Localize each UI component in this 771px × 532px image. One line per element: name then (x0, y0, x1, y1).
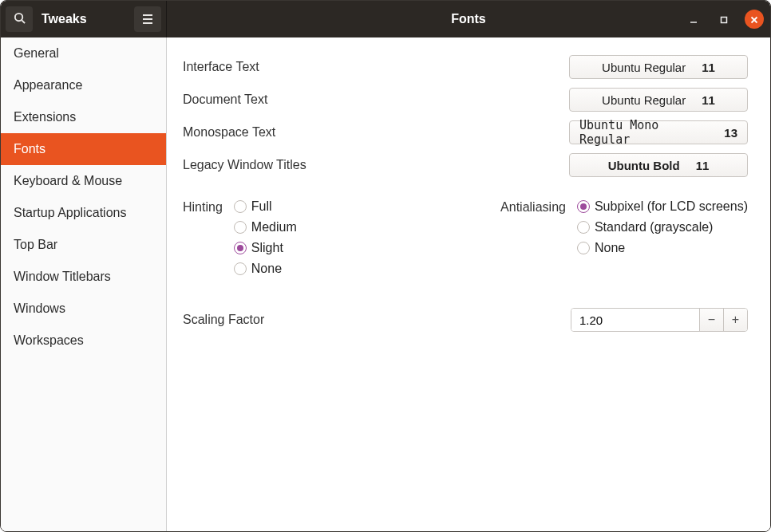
titlebar: Tweaks Fonts (1, 1, 770, 37)
close-icon (750, 13, 758, 26)
font-picker-button[interactable]: Ubuntu Mono Regular13 (569, 120, 748, 144)
menu-button[interactable] (134, 6, 161, 32)
minimize-button[interactable] (684, 10, 703, 29)
font-name: Ubuntu Bold (608, 159, 680, 172)
svg-point-0 (14, 14, 22, 21)
window-controls (684, 1, 764, 37)
radio-option[interactable]: Standard (grayscale) (577, 220, 748, 234)
sidebar-item-label: Fonts (14, 142, 45, 156)
font-row: Interface TextUbuntu Regular11 (183, 55, 748, 79)
sidebar-item-fonts[interactable]: Fonts (1, 133, 166, 165)
radio-label: Standard (grayscale) (595, 220, 714, 234)
sidebar-item-label: Windows (14, 301, 65, 315)
close-button[interactable] (745, 10, 764, 29)
font-row: Monospace TextUbuntu Mono Regular13 (183, 120, 748, 144)
radio-icon (234, 242, 247, 254)
radio-icon (577, 242, 590, 254)
sidebar-item-keyboard-mouse[interactable]: Keyboard & Mouse (1, 165, 166, 197)
antialiasing-group: Antialiasing Subpixel (for LCD screens)S… (500, 199, 748, 276)
radio-section: Hinting FullMediumSlightNone Antialiasin… (183, 199, 748, 276)
radio-icon (234, 221, 247, 234)
minimize-icon (690, 13, 698, 26)
sidebar-item-label: Window Titlebars (14, 270, 111, 283)
font-picker-button[interactable]: Ubuntu Bold11 (569, 153, 748, 177)
sidebar-item-label: Startup Applications (14, 206, 126, 219)
radio-icon (577, 200, 590, 213)
antialiasing-label: Antialiasing (500, 199, 566, 276)
sidebar-item-windows[interactable]: Windows (1, 293, 166, 325)
app-title: Tweaks (42, 12, 128, 26)
search-icon (14, 12, 26, 26)
font-name: Ubuntu Regular (602, 61, 686, 74)
scaling-decrease-button[interactable]: − (699, 309, 723, 331)
sidebar-item-label: Appearance (14, 78, 82, 92)
body: GeneralAppearanceExtensionsFontsKeyboard… (1, 37, 770, 531)
font-row-label: Monospace Text (183, 125, 275, 140)
sidebar-item-general[interactable]: General (1, 37, 166, 69)
hinting-label: Hinting (183, 199, 223, 276)
radio-label: Full (251, 199, 272, 214)
scaling-increase-button[interactable]: + (723, 309, 747, 331)
sidebar-item-appearance[interactable]: Appearance (1, 69, 166, 101)
font-row-label: Interface Text (183, 60, 259, 74)
font-size: 11 (696, 159, 710, 172)
radio-option[interactable]: Medium (234, 220, 297, 234)
content: Interface TextUbuntu Regular11Document T… (167, 37, 770, 531)
font-row: Legacy Window TitlesUbuntu Bold11 (183, 153, 748, 177)
hamburger-icon (142, 13, 153, 26)
font-name: Ubuntu Regular (602, 93, 686, 107)
radio-option[interactable]: Slight (234, 241, 297, 255)
font-row-label: Document Text (183, 93, 267, 107)
radio-label: Medium (251, 220, 297, 234)
page-title: Fonts (167, 12, 770, 26)
font-picker-button[interactable]: Ubuntu Regular11 (569, 55, 748, 79)
scaling-row: Scaling Factor − + (183, 308, 748, 332)
sidebar-item-label: Extensions (14, 110, 76, 124)
sidebar-item-workspaces[interactable]: Workspaces (1, 325, 166, 357)
radio-label: None (595, 241, 625, 255)
sidebar-item-label: General (14, 46, 59, 60)
sidebar-item-extensions[interactable]: Extensions (1, 101, 166, 133)
radio-option[interactable]: None (234, 262, 297, 276)
radio-option[interactable]: Full (234, 199, 297, 214)
titlebar-left: Tweaks (1, 1, 167, 37)
scaling-input[interactable] (571, 309, 699, 331)
sidebar-item-label: Workspaces (14, 333, 84, 347)
font-size: 13 (724, 126, 737, 140)
radio-label: None (251, 262, 282, 276)
font-size: 11 (702, 61, 715, 74)
maximize-button[interactable] (714, 10, 733, 29)
sidebar-item-window-titlebars[interactable]: Window Titlebars (1, 261, 166, 293)
radio-option[interactable]: Subpixel (for LCD screens) (577, 199, 748, 214)
radio-label: Subpixel (for LCD screens) (595, 199, 748, 214)
sidebar-item-startup-applications[interactable]: Startup Applications (1, 197, 166, 229)
font-picker-button[interactable]: Ubuntu Regular11 (569, 88, 748, 112)
scaling-label: Scaling Factor (183, 313, 264, 327)
maximize-icon (720, 13, 728, 26)
font-size: 11 (702, 93, 715, 107)
sidebar-item-top-bar[interactable]: Top Bar (1, 229, 166, 261)
font-row: Document TextUbuntu Regular11 (183, 88, 748, 112)
svg-line-1 (22, 20, 25, 23)
svg-rect-6 (722, 17, 727, 22)
window: Tweaks Fonts (0, 0, 771, 532)
radio-icon (234, 262, 247, 275)
radio-label: Slight (251, 241, 283, 255)
radio-icon (234, 200, 247, 213)
radio-icon (577, 221, 590, 234)
font-row-label: Legacy Window Titles (183, 158, 306, 172)
scaling-spinner: − + (571, 308, 748, 332)
hinting-group: Hinting FullMediumSlightNone (183, 199, 297, 276)
font-name: Ubuntu Mono Regular (579, 118, 708, 147)
radio-option[interactable]: None (577, 241, 748, 255)
minus-icon: − (708, 313, 715, 327)
plus-icon: + (732, 313, 739, 327)
sidebar: GeneralAppearanceExtensionsFontsKeyboard… (1, 37, 167, 531)
sidebar-item-label: Top Bar (14, 238, 57, 251)
sidebar-item-label: Keyboard & Mouse (14, 174, 122, 187)
search-button[interactable] (6, 6, 33, 32)
